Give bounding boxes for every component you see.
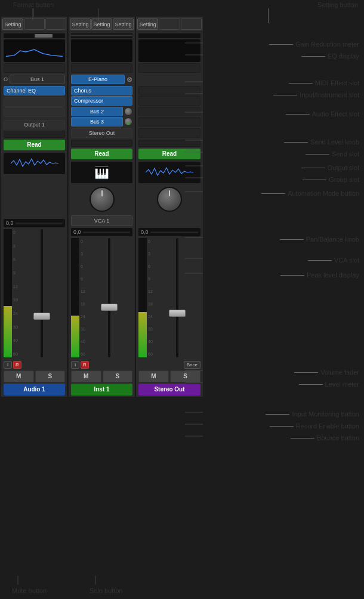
annotation-automation: Automation Mode button [261, 190, 359, 197]
annotation-line-im [266, 414, 289, 415]
send-empty-1 [4, 97, 65, 107]
annotation-send-level: Send Level knob [284, 138, 359, 146]
midi-effect-slot-1[interactable] [4, 63, 65, 73]
peak-display-1: 0,0 [4, 219, 65, 227]
annotation-label-output: Output slot [328, 164, 359, 171]
channel-thumb-3[interactable] [138, 162, 200, 183]
annotation-vca: VCA slot [308, 257, 359, 264]
annotation-label-level: Level meter [325, 381, 359, 388]
solo-btn-2[interactable]: S [103, 370, 133, 382]
format-button-annotation: Format button [13, 1, 54, 8]
annotation-pan: Pan/Balance knob [280, 236, 359, 243]
channel-name-3[interactable]: Stereo Out [138, 384, 200, 396]
channel-thumb-2[interactable]: 🎹 [71, 162, 132, 183]
mute-btn-2[interactable]: M [71, 370, 101, 382]
channel-name-1[interactable]: Audio 1 [4, 384, 65, 396]
annotation-label-eq: EQ display [328, 53, 359, 60]
pan-section-1 [1, 175, 67, 205]
fader-handle-2[interactable] [101, 304, 118, 311]
send-knob-2-2[interactable] [124, 118, 132, 126]
send-slot-2-2[interactable]: Bus 3 [71, 117, 123, 126]
pan-knob-3[interactable] [157, 187, 182, 212]
setting-btn-1-1[interactable]: Setting [2, 18, 23, 30]
annotation-line-automation [261, 193, 285, 194]
automation-btn-3[interactable]: Read [138, 149, 200, 159]
annotation-line-input [273, 95, 297, 95]
send-slot-2-1[interactable]: Bus 2 [71, 107, 123, 116]
midi-effect-slot-2[interactable] [71, 63, 132, 73]
setting-btn-3-1[interactable]: Setting [137, 18, 158, 30]
annotation-label-peak: Peak level display [307, 271, 359, 279]
channel-strip-inst1: Setting Setting Setting E-Piano ⊗ Chorus… [69, 17, 135, 397]
input-label-1: O [4, 76, 8, 82]
annotation-label-vca: VCA slot [334, 257, 359, 264]
annotation-peak: Peak level display [280, 271, 359, 279]
record-enable-btn-2[interactable]: R [81, 361, 89, 369]
audio-effects-2: Chorus Compressor [71, 86, 132, 106]
setting-btn-1-2 [24, 18, 45, 30]
annotation-label-gain: Gain Reduction meter [295, 41, 359, 48]
annotation-label-bounce: Bounce button [317, 434, 359, 441]
audio-effects-3 [138, 86, 200, 106]
vca-slot-2[interactable]: VCA 1 [71, 215, 132, 226]
send-empty-3-2 [138, 117, 200, 126]
send-empty-3-1 [138, 107, 200, 116]
setting-arrow-line [268, 8, 269, 23]
annotation-bounce: Bounce button [291, 434, 359, 441]
group-slot-3 [138, 140, 200, 147]
sends-section-2: Bus 2 Bus 3 [71, 107, 132, 126]
solo-btn-3[interactable]: S [170, 370, 200, 382]
setting-btn-2-1[interactable]: Setting [70, 18, 91, 30]
input-slot-1[interactable]: Bus 1 [10, 75, 65, 84]
mute-btn-3[interactable]: M [138, 370, 169, 382]
bottom-controls-2: I R M S Inst 1 [69, 359, 135, 397]
pan-section-3 [136, 184, 203, 214]
annotation-audio-effect: Audio Effect slot [286, 110, 359, 118]
input-monitoring-btn-1[interactable]: I [4, 361, 12, 369]
chorus-slot[interactable]: Chorus [71, 86, 132, 95]
send-knob-2-1[interactable] [124, 107, 132, 116]
fader-handle-3[interactable] [169, 310, 186, 317]
link-icon-2: ⊗ [127, 75, 132, 84]
automation-btn-1[interactable]: Read [4, 140, 65, 150]
channel-eq-slot[interactable]: Channel EQ [4, 86, 65, 95]
eq-display-2[interactable] [71, 39, 132, 62]
eq-display-1[interactable] [4, 39, 65, 62]
channel-name-2[interactable]: Inst 1 [71, 384, 132, 396]
record-enable-btn-1[interactable]: R [13, 361, 21, 369]
fader-track-container-2 [87, 238, 132, 357]
setting-btn-2-2[interactable]: Setting [91, 18, 112, 30]
annotation-label-input: Input/Instrument slot [300, 91, 359, 98]
automation-btn-2[interactable]: Read [71, 149, 132, 159]
annotation-line-gain [269, 44, 293, 45]
peak-display-3: 0,0 [138, 228, 200, 236]
pan-knob-2[interactable] [90, 187, 115, 212]
bottom-controls-1: I R M S Audio 1 [1, 359, 67, 397]
ms-row-1: M S [4, 370, 65, 382]
compressor-slot[interactable]: Compressor [71, 96, 132, 106]
annotation-label-send-slot: Send slot [332, 150, 359, 158]
fader-handle-1[interactable] [33, 313, 50, 320]
output-slot-2[interactable]: Stereo Out [71, 128, 132, 138]
midi-effect-slot-3[interactable] [138, 63, 200, 73]
setting-btn-2-3[interactable]: Setting [113, 18, 134, 30]
mute-btn-1[interactable]: M [4, 370, 34, 382]
annotation-send-slot: Send slot [306, 150, 359, 158]
setting-btn-3-3 [181, 18, 202, 30]
peak-value-1: 0,0 [6, 220, 14, 226]
channel-thumb-1[interactable] [4, 153, 65, 174]
vca-placeholder-3 [138, 215, 200, 226]
input-row-1: O Bus 1 [4, 74, 65, 85]
eq-display-3[interactable] [138, 39, 200, 62]
input-monitoring-btn-2[interactable]: I [71, 361, 79, 369]
annotation-line-vca [308, 260, 332, 261]
bounce-btn-3[interactable]: Bnce [184, 361, 200, 369]
output-slot-1[interactable]: Output 1 [4, 120, 65, 129]
annotation-line-group [303, 180, 326, 180]
channel-strip-audio1: Setting O Bus 1 Channe [1, 17, 68, 397]
annotation-solo-bottom: Solo button [90, 587, 123, 594]
waveform-1 [11, 155, 58, 172]
input-slot-2[interactable]: E-Piano [71, 75, 125, 84]
annotation-label-im: Input Monitoring button [292, 410, 359, 418]
solo-btn-1[interactable]: S [35, 370, 66, 382]
